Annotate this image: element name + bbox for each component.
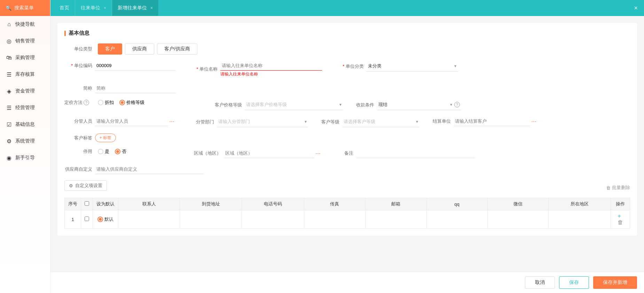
field-abbreviation: 简称 bbox=[64, 83, 176, 93]
discount-radio-circle bbox=[98, 100, 103, 105]
unit-name-input[interactable] bbox=[220, 61, 322, 71]
abbreviation-value-wrap bbox=[95, 83, 176, 93]
supplier-custom-label: 供应商自定义 bbox=[64, 166, 92, 172]
sidebar-item-quick-nav[interactable]: ⌂ 快捷导航 bbox=[0, 16, 50, 33]
contact-input[interactable] bbox=[122, 217, 176, 222]
row-fax[interactable] bbox=[304, 210, 365, 229]
save-button[interactable]: 保存 bbox=[559, 276, 589, 289]
tab-contacts-close[interactable]: × bbox=[104, 6, 106, 10]
region-more-btn[interactable]: ··· bbox=[314, 150, 322, 157]
sidebar-item-basic[interactable]: ☑ 基础信息 bbox=[0, 116, 50, 133]
type-btn-both[interactable]: 客户/供应商 bbox=[157, 43, 197, 55]
pricing-radio-group: 折扣 价格等级 bbox=[98, 99, 144, 106]
row-address[interactable] bbox=[180, 210, 242, 229]
sidebar-item-inventory[interactable]: ☰ 库存核算 bbox=[0, 66, 50, 83]
tab-contacts[interactable]: 往来单位 × bbox=[75, 0, 112, 16]
tab-home[interactable]: 首页 bbox=[54, 0, 75, 16]
tab-new-contact-close[interactable]: × bbox=[150, 6, 153, 10]
payment-terms-select[interactable]: 现结 ▾ ? bbox=[377, 99, 461, 110]
customer-price-level-placeholder: 请选择客户价格等级 bbox=[246, 101, 287, 108]
unit-category-value-wrap: 未分类 ▾ bbox=[367, 61, 458, 72]
row-qq[interactable] bbox=[426, 210, 487, 229]
delete-row-btn[interactable]: 🗑 bbox=[618, 219, 623, 225]
sidebar-item-system[interactable]: ⚙ 系统管理 bbox=[0, 133, 50, 149]
manager-input[interactable] bbox=[95, 116, 168, 126]
field-remarks: 备注 bbox=[336, 148, 475, 158]
sidebar-item-finance[interactable]: ◈ 资金管理 bbox=[0, 83, 50, 99]
department-label: 分管部门 bbox=[190, 119, 214, 125]
manager-more-btn[interactable]: ··· bbox=[168, 118, 176, 125]
sidebar-search[interactable]: 🔍 搜索菜单 bbox=[0, 0, 50, 16]
disabled-label: 停用 bbox=[64, 148, 92, 155]
payment-terms-value: 现结 bbox=[378, 101, 387, 108]
row-tags: 客户标签 + 标签 bbox=[64, 133, 630, 142]
field-customer-price-level: 客户价格等级 请选择客户价格等级 ▾ bbox=[211, 99, 343, 110]
cancel-button[interactable]: 取消 bbox=[525, 276, 555, 289]
type-btn-supplier[interactable]: 供应商 bbox=[125, 43, 154, 55]
tab-new-contact[interactable]: 新增往来单位 × bbox=[112, 0, 159, 16]
disabled-yes-radio[interactable]: 是 bbox=[98, 148, 109, 155]
address-input[interactable] bbox=[183, 217, 238, 222]
row-phone[interactable] bbox=[242, 210, 304, 229]
region-input[interactable] bbox=[224, 148, 314, 158]
th-wechat: 微信 bbox=[487, 198, 549, 210]
unit-category-value: 未分类 bbox=[368, 63, 382, 69]
row-wechat[interactable] bbox=[487, 210, 549, 229]
fax-input[interactable] bbox=[308, 217, 362, 222]
tab-bar-close-all[interactable]: × bbox=[631, 5, 641, 12]
pricing-price-level-radio[interactable]: 价格等级 bbox=[119, 99, 144, 106]
add-tag-button[interactable]: + 标签 bbox=[95, 133, 116, 142]
row-email[interactable] bbox=[365, 210, 426, 229]
abbreviation-input[interactable] bbox=[95, 83, 176, 93]
customer-level-dropdown-icon: ▾ bbox=[416, 119, 418, 124]
row-location[interactable] bbox=[549, 210, 611, 229]
pricing-help-icon[interactable]: ? bbox=[84, 100, 89, 105]
th-checkbox bbox=[81, 198, 93, 210]
wechat-input[interactable] bbox=[491, 217, 545, 222]
select-all-checkbox[interactable] bbox=[85, 201, 89, 206]
sidebar-item-operations[interactable]: ☰ 经营管理 bbox=[0, 99, 50, 116]
row-checkbox[interactable] bbox=[85, 217, 89, 221]
customer-price-level-select[interactable]: 请选择客户价格等级 ▾ bbox=[245, 99, 343, 110]
pricing-discount-radio[interactable]: 折扣 bbox=[98, 99, 114, 106]
payment-dropdown-icon: ▾ bbox=[450, 102, 452, 107]
remarks-input[interactable] bbox=[356, 148, 475, 158]
department-select[interactable]: 请输入分管部门 ▾ bbox=[217, 116, 308, 127]
qq-input[interactable] bbox=[430, 217, 484, 222]
sidebar-item-guide[interactable]: ◉ 新手引导 bbox=[0, 149, 50, 166]
unit-category-select[interactable]: 未分类 ▾ bbox=[367, 61, 458, 72]
row-index: 1 bbox=[65, 210, 81, 229]
sidebar-item-label: 资金管理 bbox=[15, 88, 35, 94]
settlement-unit-input[interactable] bbox=[454, 116, 530, 126]
phone-input[interactable] bbox=[245, 217, 300, 222]
field-supplier-custom: 供应商自定义 bbox=[64, 164, 204, 174]
sidebar-search-label: 搜索菜单 bbox=[14, 5, 34, 11]
sidebar-item-sales[interactable]: ◎ 销售管理 bbox=[0, 33, 50, 49]
customer-tag-label: 客户标签 bbox=[64, 135, 92, 141]
row-contact[interactable] bbox=[118, 210, 180, 229]
location-input[interactable] bbox=[552, 217, 607, 222]
settlement-more-btn[interactable]: ··· bbox=[530, 118, 538, 125]
table-row: 1 默认 bbox=[65, 210, 630, 229]
payment-help-icon[interactable]: ? bbox=[454, 102, 460, 107]
disabled-no-radio[interactable]: 否 bbox=[115, 148, 126, 155]
th-email: 邮箱 bbox=[365, 198, 426, 210]
row-checkbox-cell bbox=[81, 210, 93, 229]
default-radio[interactable]: 默认 bbox=[96, 216, 115, 222]
add-row-btn[interactable]: + bbox=[618, 213, 621, 219]
customer-level-select[interactable]: 请选择客户等级 ▾ bbox=[342, 116, 419, 127]
pricing-method-label: 定价方法 ? bbox=[64, 99, 92, 106]
sidebar-item-label: 采购管理 bbox=[15, 55, 35, 61]
sidebar-item-purchase[interactable]: 🛍 采购管理 bbox=[0, 49, 50, 66]
type-btn-customer[interactable]: 客户 bbox=[98, 43, 122, 55]
batch-delete-button[interactable]: 🗑 批量删除 bbox=[606, 185, 630, 191]
custom-settings-button[interactable]: ⚙ 自定义项设置 bbox=[64, 180, 107, 191]
field-manager: 分管人员 ··· bbox=[64, 116, 176, 126]
supplier-custom-input[interactable] bbox=[95, 164, 204, 174]
save-add-button[interactable]: 保存并新增 bbox=[593, 276, 637, 289]
email-input[interactable] bbox=[369, 217, 423, 222]
settings-icon: ⚙ bbox=[69, 183, 73, 188]
unit-code-input[interactable] bbox=[95, 61, 176, 71]
unit-type-group: 客户 供应商 客户/供应商 bbox=[98, 43, 197, 55]
field-department: 分管部门 请输入分管部门 ▾ bbox=[190, 116, 308, 127]
